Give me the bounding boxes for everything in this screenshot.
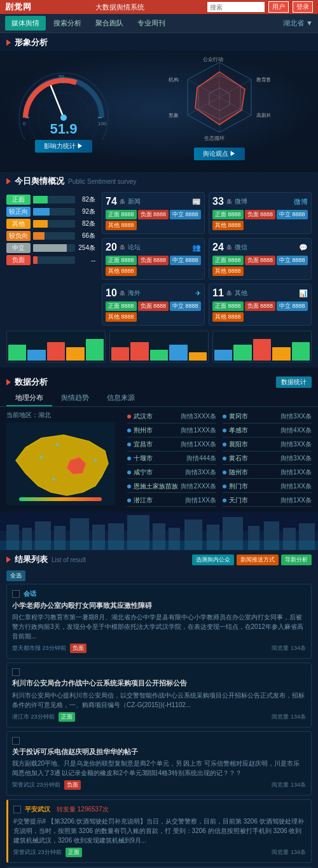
tab-trend[interactable]: 舆情趋势 (52, 390, 98, 406)
tab-source[interactable]: 信息来源 (98, 390, 144, 406)
result-excerpt-1: 同仁章程学习教育市第一暑期8月、湖北省办公中学是县有限中心小学教师员在办公室内打… (12, 612, 306, 641)
nav-item-weekly[interactable]: 专业周刊 (131, 16, 172, 31)
city-name-enzhi: 恩施土家族苗族 (134, 482, 178, 491)
results-news-push-button[interactable]: 新闻推送方式 (237, 555, 279, 565)
svg-text:教育数字: 教育数字 (256, 77, 270, 83)
sentiment-row-positive: 正面 82条 (6, 195, 95, 205)
results-public-opinion-button[interactable]: 选测舆内公众 (192, 555, 234, 565)
data-triangle (6, 379, 11, 385)
sentiment-row-negative: 负面 -- (6, 255, 95, 265)
weibo-count: 33 (212, 196, 224, 207)
city-count-yichang: 舆情1XXX条 (181, 440, 216, 449)
city-name-huangshi: 黄石市 (229, 454, 278, 463)
bar-fill-neutral-pos (33, 208, 50, 216)
result-checkbox-2[interactable] (12, 668, 20, 676)
login-button[interactable]: 用户 (268, 1, 289, 13)
bar-fill-neg-weak (33, 232, 45, 240)
weibo-icon: 微博 (294, 197, 308, 207)
forum-tag-other: 其他 8888 (106, 266, 137, 276)
news-tag-other: 其他 8888 (106, 221, 137, 230)
result-category-1: 会话 (24, 589, 36, 598)
result-excerpt-4: #交警提示# 【第3206:饮酒驾驶处罚补充说明】当日，从交警警察，目前，目前第… (13, 816, 306, 845)
result-checkbox-3[interactable] (12, 737, 20, 745)
site-logo: 剧觉网 (5, 1, 32, 13)
news-tag-pos: 正面 8888 (106, 210, 137, 219)
city-item-enzhi: 恩施土家族苗族 舆情2XXX条 (127, 480, 216, 493)
mini-charts-area (0, 331, 318, 362)
result-source-3: 荣誉武汉 23分钟前 (12, 781, 60, 789)
city-item-huangshi: 黄石市 舆情3XX条 (223, 453, 312, 465)
nav-location[interactable]: 湖北省 ▼ (283, 18, 313, 28)
data-section-header: 数据分析 数据统计 (0, 373, 318, 390)
svg-point-4 (60, 114, 67, 121)
results-title-group: 结果列表 List of result (6, 554, 86, 565)
other-tag-other: 其他 8888 (212, 312, 244, 322)
bar-bg-other (33, 220, 75, 228)
overseas-unit: 条 (120, 289, 125, 298)
label-neutral-pos: 较正向 (6, 207, 31, 217)
sentiment-rows: 正面 82条 较正向 92条 其他 (6, 195, 95, 265)
tab-geo[interactable]: 地理分布 (6, 390, 52, 406)
svg-text:0: 0 (23, 121, 26, 127)
city-name-huanggang: 黄冈市 (229, 412, 278, 421)
top-bar: 剧觉网 大数据舆情系统 用户 登录 (0, 0, 318, 14)
bar-bg-neg-weak (33, 232, 75, 240)
results-analysis-button[interactable]: 导新分析 (281, 555, 312, 565)
city-dot-xianning (127, 471, 131, 474)
svg-text:50: 50 (59, 74, 64, 79)
label-neutral: 中立 (6, 243, 31, 253)
other-icon: 📊 (299, 289, 308, 298)
city-name-wuhan: 武汉市 (134, 412, 178, 421)
result-item-2-header (12, 668, 306, 676)
radar-detail-button[interactable]: 舆论观点 ▶ (194, 148, 245, 160)
weixin-tag-other: 其他 8888 (212, 266, 244, 276)
city-name-tianmen: 天门市 (229, 496, 278, 505)
news-tag-neutral: 中立 8888 (170, 210, 201, 219)
search-input[interactable] (207, 2, 265, 12)
data-more-button[interactable]: 数据统计 (276, 376, 312, 388)
mini-chart-3 (212, 331, 312, 362)
result-title-3: 关于投诉可乐电信赵庆明及担华华的帖子 (12, 747, 306, 757)
nav-item-media[interactable]: 媒体舆情 (5, 16, 46, 31)
media-card-other: 11 条 其他 📊 正面 8888 负面 8888 中立 8888 其他 888… (209, 284, 312, 326)
data-tabs: 地理分布 舆情趋势 信息来源 (0, 390, 318, 407)
label-neg-weak: 较负向 (6, 231, 31, 241)
city-dot-huanggang (223, 415, 226, 418)
svg-line-3 (51, 86, 64, 118)
overseas-label: 海外 (128, 289, 141, 298)
forum-icon: 👥 (192, 244, 201, 252)
nav-item-search[interactable]: 搜索分析 (47, 16, 88, 31)
mini-bar (189, 352, 207, 361)
register-button[interactable]: 登录 (293, 1, 313, 13)
overseas-icon: ✈ (195, 289, 201, 298)
result-meta-4: 荣誉武汉 23分钟前 正面 阅览量 134条 (13, 848, 306, 857)
result-views-4: 阅览量 134条 (272, 848, 306, 857)
data-city-list: 武汉市 舆情3XXX条 黄冈市 舆情3XX条 荆州市 舆情1XXX条 孝感市 舆… (127, 411, 312, 507)
city-item-xianning: 咸宁市 舆情3XX条 (127, 466, 216, 479)
city-dot-wuhan (127, 415, 131, 418)
other-count: 11 (212, 287, 224, 299)
weibo-tag-other: 其他 8888 (212, 221, 244, 230)
svg-text:生态循环: 生态循环 (204, 135, 225, 141)
svg-text:联合机构: 联合机构 (169, 77, 179, 83)
gauge-detail-button[interactable]: 影响力统计 ▶ (35, 140, 93, 153)
filter-all-button[interactable]: 全选 (6, 570, 25, 581)
xingxiang-content: 0 50 100 51.9 影响力统计 ▶ 公众行动 教 (0, 51, 318, 165)
result-checkbox-4[interactable] (13, 806, 21, 813)
forum-tag-neutral: 中立 8888 (170, 256, 201, 265)
city-dot-xiangyang (223, 443, 226, 446)
city-count-tianmen: 舆情1XX条 (280, 496, 312, 505)
label-other: 其他 (6, 219, 31, 229)
city-count-shiyan: 舆情444条 (186, 454, 216, 463)
radar-container: 公众行动 教育数字 高新科技 生态循环 投话形象 联合机构 舆论观点 ▶ (127, 51, 312, 165)
sentiment-row-other: 其他 82条 (6, 219, 95, 229)
city-count-qianjiang: 舆情1XX条 (185, 496, 216, 505)
weibo-tag-neutral: 中立 8888 (277, 210, 308, 219)
results-subtitle: List of result (52, 556, 86, 563)
result-item-1-header: 会话 (12, 589, 306, 598)
nav-item-aggregate[interactable]: 聚合跑队 (89, 16, 130, 31)
weibo-unit: 条 (226, 198, 232, 206)
city-name-suizhou: 随州市 (229, 468, 278, 477)
result-checkbox-1[interactable] (12, 590, 20, 598)
mini-bar (292, 342, 310, 361)
